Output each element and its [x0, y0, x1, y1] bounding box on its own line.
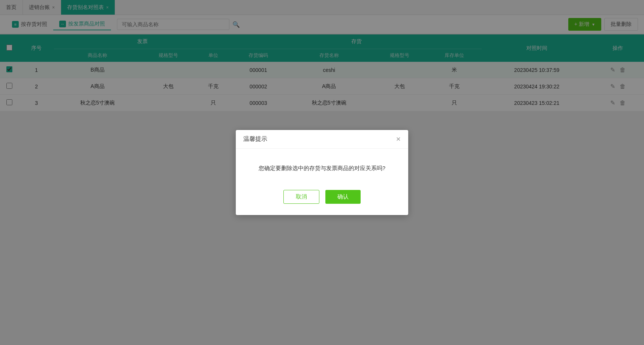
modal-overlay: 温馨提示 ✕ 您确定要删除选中的存货与发票商品的对应关系吗? 取消 确认 — [0, 0, 644, 111]
